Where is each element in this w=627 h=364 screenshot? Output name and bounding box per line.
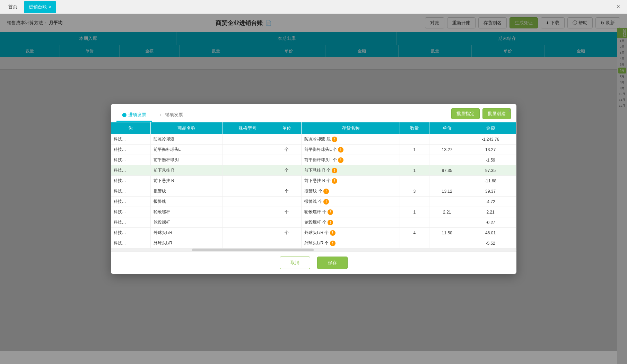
cell-spec xyxy=(223,186,272,197)
cell-quantity xyxy=(400,155,429,165)
modal-overlay: ⬤ 进项发票 □ 销项发票 批量指定 批量创建 × 你 xyxy=(0,14,627,364)
modal-scrollbar[interactable] xyxy=(111,249,516,251)
cell-quantity: 1 xyxy=(400,207,429,217)
cell-stock-name: 前平衡杆球头L 个 ! xyxy=(302,145,400,155)
cell-stock-name: 前平衡杆球头L 个 ! xyxy=(302,155,400,165)
modal-dialog: ⬤ 进项发票 □ 销项发票 批量指定 批量创建 × 你 xyxy=(111,104,516,274)
cell-unit-price xyxy=(429,238,465,249)
cell-id: 科技… xyxy=(111,238,151,249)
cell-unit xyxy=(272,155,302,165)
col-header-id: 你 xyxy=(111,122,151,134)
cell-stock-name: 轮毂螺杆 个 ! xyxy=(302,207,400,217)
warning-icon: ! xyxy=(328,220,333,225)
modal-close-button[interactable]: × xyxy=(508,107,512,115)
table-row[interactable]: 科技… 防冻冷却液 防冻冷却液 瓶 ! -1,243.76 xyxy=(111,134,516,145)
cell-unit-price xyxy=(429,217,465,228)
cell-amount: 13.27 xyxy=(465,145,516,155)
sales-tab-icon: □ xyxy=(161,112,163,117)
warning-icon: ! xyxy=(338,147,343,153)
modal-table-wrapper: 你 商品名称 规格型号 单位 存货名称 数量 单价 金额 科技… xyxy=(111,122,516,249)
cell-stock-name: 前下悬挂 R 个 ! xyxy=(302,165,400,176)
table-row[interactable]: 科技… 前平衡杆球头L 前平衡杆球头L 个 ! -1.59 xyxy=(111,155,516,165)
main-area: 销售成本计算方法： 月平均 商贸企业进销台账 📄 对账 重新开账 存货别名 生成… xyxy=(0,14,627,364)
cell-quantity xyxy=(400,176,429,186)
cell-product-name: 前平衡杆球头L xyxy=(150,145,223,155)
cell-amount: -1,243.76 xyxy=(465,134,516,145)
cell-amount: -0.27 xyxy=(465,217,516,228)
modal-footer: 取消 保存 xyxy=(111,251,516,274)
cell-unit xyxy=(272,134,302,145)
cell-spec xyxy=(223,176,272,186)
window-close-icon[interactable]: × xyxy=(613,2,624,12)
batch-create-button[interactable]: 批量创建 xyxy=(482,108,511,119)
table-row[interactable]: 科技… 前平衡杆球头L 个 前平衡杆球头L 个 ! 1 13.27 13.27 xyxy=(111,145,516,155)
cell-product-name: 外球头L/R xyxy=(150,238,223,249)
cell-unit: 个 xyxy=(272,228,302,238)
warning-icon: ! xyxy=(323,199,329,205)
table-row[interactable]: 科技… 外球头L/R 外球头L/R 个 ! -5.52 xyxy=(111,238,516,249)
cell-product-name: 轮毂螺杆 xyxy=(150,217,223,228)
modal-scrollbar-thumb[interactable] xyxy=(192,249,314,251)
cell-product-name: 报警线 xyxy=(150,186,223,197)
cell-amount: -5.52 xyxy=(465,238,516,249)
table-row[interactable]: 科技… 外球头L/R 个 外球头L/R 个 ! 4 11.50 46.01 xyxy=(111,228,516,238)
cell-unit-price: 11.50 xyxy=(429,228,465,238)
col-header-unit: 单位 xyxy=(272,122,302,134)
col-header-quantity: 数量 xyxy=(400,122,429,134)
cell-id: 科技… xyxy=(111,155,151,165)
modal-header: ⬤ 进项发票 □ 销项发票 批量指定 批量创建 × xyxy=(111,104,516,122)
modal-header-buttons: 批量指定 批量创建 xyxy=(451,108,511,119)
tab-label: 进销台账 xyxy=(29,4,47,10)
cell-amount: 97.35 xyxy=(465,165,516,176)
modal-table-body: 科技… 防冻冷却液 防冻冷却液 瓶 ! -1,243.76 科技… 前平衡杆球头… xyxy=(111,134,516,249)
purchase-sales-tab[interactable]: 进销台账 × xyxy=(24,1,56,13)
warning-icon: ! xyxy=(328,209,333,215)
cell-id: 科技… xyxy=(111,228,151,238)
table-row[interactable]: 科技… 前下悬挂 R 前下悬挂 R 个 ! -11.68 xyxy=(111,176,516,186)
cell-id: 科技… xyxy=(111,186,151,197)
cancel-button[interactable]: 取消 xyxy=(280,257,310,269)
save-button[interactable]: 保存 xyxy=(317,257,348,269)
tab-sales-invoice[interactable]: □ 销项发票 xyxy=(155,109,189,122)
home-tab[interactable]: 首页 xyxy=(3,1,22,13)
cell-quantity xyxy=(400,217,429,228)
warning-icon: ! xyxy=(332,137,337,142)
cell-id: 科技… xyxy=(111,197,151,207)
cell-amount: -11.68 xyxy=(465,176,516,186)
col-header-spec: 规格型号 xyxy=(223,122,272,134)
cell-product-name: 前下悬挂 R xyxy=(150,176,223,186)
cell-amount: 46.01 xyxy=(465,228,516,238)
cell-unit-price: 13.12 xyxy=(429,186,465,197)
cell-unit-price: 97.35 xyxy=(429,165,465,176)
cell-unit-price xyxy=(429,134,465,145)
table-row[interactable]: 科技… 报警线 报警线 个 ! -4.72 xyxy=(111,197,516,207)
cell-id: 科技… xyxy=(111,145,151,155)
table-row[interactable]: 科技… 轮毂螺杆 个 轮毂螺杆 个 ! 1 2.21 2.21 xyxy=(111,207,516,217)
cell-spec xyxy=(223,228,272,238)
cell-product-name: 防冻冷却液 xyxy=(150,134,223,145)
col-header-product-name: 商品名称 xyxy=(150,122,223,134)
cell-id: 科技… xyxy=(111,176,151,186)
cell-product-name: 轮毂螺杆 xyxy=(150,207,223,217)
cell-amount: -4.72 xyxy=(465,197,516,207)
cell-spec xyxy=(223,165,272,176)
cell-quantity: 1 xyxy=(400,165,429,176)
cell-id: 科技… xyxy=(111,165,151,176)
table-row[interactable]: 科技… 报警线 个 报警线 个 ! 3 13.12 39.37 xyxy=(111,186,516,197)
cell-stock-name: 防冻冷却液 瓶 ! xyxy=(302,134,400,145)
table-row[interactable]: 科技… 轮毂螺杆 轮毂螺杆 个 ! -0.27 xyxy=(111,217,516,228)
cell-unit-price: 13.27 xyxy=(429,145,465,155)
warning-icon: ! xyxy=(332,168,337,173)
cell-unit-price: 2.21 xyxy=(429,207,465,217)
cell-unit-price xyxy=(429,197,465,207)
tab-close-icon[interactable]: × xyxy=(49,5,51,9)
modal-table: 你 商品名称 规格型号 单位 存货名称 数量 单价 金额 科技… xyxy=(111,122,516,249)
table-row[interactable]: 科技… 前下悬挂 R 个 前下悬挂 R 个 ! 1 97.35 97.35 xyxy=(111,165,516,176)
batch-specify-button[interactable]: 批量指定 xyxy=(451,108,480,119)
cell-stock-name: 外球头L/R 个 ! xyxy=(302,238,400,249)
cell-quantity: 3 xyxy=(400,186,429,197)
cell-id: 科技… xyxy=(111,134,151,145)
tab-purchase-invoice[interactable]: ⬤ 进项发票 xyxy=(116,109,152,122)
cell-unit xyxy=(272,176,302,186)
cell-product-name: 前平衡杆球头L xyxy=(150,155,223,165)
